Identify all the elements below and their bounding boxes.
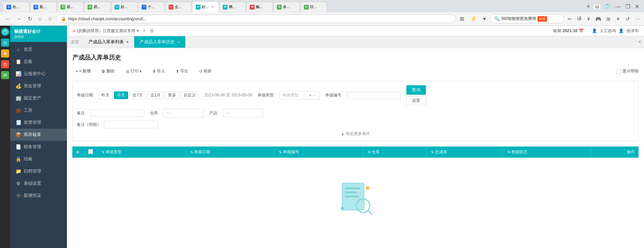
- breadcrumb-home[interactable]: 首页: [67, 37, 83, 48]
- tab-7-title: 企...: [175, 4, 182, 9]
- sidebar-icon-1[interactable]: ◎: [1, 39, 9, 47]
- table-header-doc-status[interactable]: ⇅ 单据状态: [502, 146, 591, 158]
- browser-tab-12[interactable]: 目 目...: [300, 2, 327, 12]
- refresh-page-button[interactable]: ↺ 刷新: [196, 67, 215, 75]
- browser-tab-6[interactable]: 个 个...: [138, 2, 165, 12]
- back-button[interactable]: ←: [3, 15, 12, 23]
- content-tab-history[interactable]: 产成品入库单历史 ×: [134, 36, 185, 48]
- browser-tab-10[interactable]: 畅 畅...: [246, 2, 273, 12]
- print-label: 打印: [130, 68, 139, 74]
- date-btn-last-month[interactable]: 近1月: [147, 91, 164, 99]
- sidebar-icon-4[interactable]: ✉: [1, 71, 9, 79]
- browser-tab-3[interactable]: 易 易...: [57, 2, 84, 12]
- tab-panel-close-button[interactable]: ×: [636, 39, 644, 45]
- sidebar-icon-3[interactable]: ⊙: [1, 60, 9, 68]
- warehouse-select[interactable]: ···: [163, 109, 204, 117]
- print-icon: 🖨: [125, 69, 129, 74]
- browser-tab-2[interactable]: 新 新...: [30, 2, 57, 12]
- service-label[interactable]: 人工咨询: [600, 28, 616, 34]
- table-header-checkbox[interactable]: [85, 146, 97, 158]
- import-button[interactable]: ⬇ 导入: [149, 67, 168, 75]
- url-bar[interactable]: 🔒 https://cloud.chanjet.com/accounting/u…: [56, 15, 456, 23]
- sidebar-item-closing[interactable]: 🔒 结账: [10, 153, 67, 165]
- print-button[interactable]: 🖨 打印 ▾: [122, 67, 145, 75]
- table-header-doc-no[interactable]: ⇅ 单据编号: [274, 146, 363, 158]
- currency-tool[interactable]: ¥: [586, 16, 591, 22]
- content-tab-list[interactable]: 产成品入库单列表 ×: [83, 36, 134, 48]
- doc-type-select[interactable]: 单据类型 ▾ ⋯: [279, 91, 320, 99]
- browser-tab-8-active[interactable]: 好 好... ×: [192, 1, 219, 12]
- search-bar[interactable]: 🔍 360智能抠图免费用 热搜: [490, 14, 564, 23]
- sidebar-item-invoice[interactable]: 🧾 发票管理: [10, 116, 67, 129]
- sidebar-item-inventory[interactable]: 📦 库存核算: [10, 129, 67, 141]
- sidebar-item-reports[interactable]: 📊 云报表中心: [10, 68, 67, 80]
- date-btn-custom[interactable]: 自定义: [181, 91, 199, 99]
- sidebar-item-ledger[interactable]: 📋 总账: [10, 55, 67, 68]
- sidebar-item-payroll[interactable]: 💼 工资: [10, 104, 67, 116]
- setting-button[interactable]: 设置: [406, 96, 426, 105]
- content-tab-list-close-icon[interactable]: ×: [126, 40, 128, 44]
- extensions-button[interactable]: ⊞: [458, 14, 466, 23]
- table-header-doc-date[interactable]: ⇅ 单据日期: [185, 146, 274, 158]
- dropdown-button[interactable]: ▾: [481, 14, 488, 23]
- collapse-filters-button[interactable]: ▲ 收起更多条件: [341, 131, 371, 137]
- browser-tab-4[interactable]: 易 易...: [84, 2, 111, 12]
- undo-tool[interactable]: ↺: [624, 16, 631, 22]
- app-logo-icon[interactable]: [1, 28, 9, 36]
- export-button[interactable]: ⬆ 导出: [172, 67, 192, 75]
- tab-8-favicon: 好: [196, 5, 200, 9]
- product-select[interactable]: ···: [223, 109, 263, 117]
- sidebar-item-newentry[interactable]: ➕ 新增凭证: [10, 189, 67, 202]
- theme-tool[interactable]: ☀: [615, 16, 622, 22]
- sidebar-item-home[interactable]: ⌂ 首页: [10, 43, 67, 55]
- translate-tool[interactable]: 译: [576, 15, 583, 23]
- table-header-gear[interactable]: ⚙: [72, 146, 85, 158]
- add-company-button[interactable]: +: [143, 28, 146, 34]
- browser-tab-7[interactable]: 企 企...: [165, 2, 192, 12]
- window-maximize-button[interactable]: ❐: [623, 3, 632, 10]
- new-tab-button[interactable]: +: [585, 2, 592, 11]
- company-selector[interactable]: ⚠ (勿删勿禁用）江西服宝测试专用 ▾: [72, 28, 139, 34]
- sidebar-icon-2[interactable]: ★: [1, 49, 9, 58]
- company-settings-button[interactable]: ⚙: [150, 28, 154, 33]
- grid-tool[interactable]: ⊞: [605, 16, 612, 22]
- settings-tool[interactable]: ⋯: [634, 16, 641, 22]
- select-all-checkbox[interactable]: [88, 149, 93, 154]
- sidebar-item-tax[interactable]: 📑 税务管理: [10, 141, 67, 153]
- sidebar-item-settings[interactable]: ⚙ 基础设置: [10, 177, 67, 189]
- date-btn-today[interactable]: 今天: [114, 91, 128, 99]
- sidebar-item-archive[interactable]: 📁 归档管理: [10, 165, 67, 177]
- date-btn-more[interactable]: 更多: [165, 91, 179, 99]
- browser-tab-9[interactable]: 腾 腾...: [219, 2, 246, 12]
- scissors-tool[interactable]: ✂: [566, 16, 573, 22]
- content-tab-history-close-icon[interactable]: ×: [177, 40, 180, 44]
- show-cols-checkbox[interactable]: [616, 69, 621, 74]
- forward-button[interactable]: →: [14, 15, 24, 23]
- doc-no-input[interactable]: [347, 92, 401, 99]
- browser-tab-1[interactable]: 在 在...: [3, 2, 30, 12]
- lightning-button[interactable]: ⚡: [468, 14, 479, 23]
- add-button[interactable]: + + 新增: [72, 67, 94, 75]
- query-button[interactable]: 查询: [406, 85, 426, 95]
- date-btn-last7[interactable]: 近7天: [129, 91, 146, 99]
- sidebar-item-assets[interactable]: 🏢 固定资产: [10, 92, 67, 104]
- table-header-doc-type[interactable]: ⇅ 单据类型: [97, 146, 185, 158]
- remark-detail-input[interactable]: [104, 121, 158, 128]
- remark-input[interactable]: [90, 109, 144, 117]
- browser-tab-11[interactable]: 各 各...: [273, 2, 300, 12]
- home-button[interactable]: ⌂: [36, 15, 44, 23]
- window-shirt-icon[interactable]: 👕: [602, 3, 613, 10]
- window-close-button[interactable]: ✕: [633, 3, 641, 10]
- sidebar-item-finance[interactable]: 💰 资金管理: [10, 80, 67, 92]
- game-tool[interactable]: 🎮: [594, 16, 602, 22]
- tab-8-close-icon[interactable]: ×: [211, 5, 214, 9]
- bookmark-button[interactable]: ☆: [46, 14, 54, 23]
- window-minimize-button[interactable]: —: [613, 3, 623, 10]
- table-header-total-cost[interactable]: ⇅ 总成本: [426, 146, 502, 158]
- date-btn-yesterday[interactable]: 昨天: [98, 91, 113, 99]
- browser-tab-5[interactable]: 好 好...: [111, 2, 138, 12]
- refresh-button[interactable]: ↻: [26, 14, 34, 23]
- table-header-warehouse[interactable]: ⇅ 仓库: [363, 146, 426, 158]
- calendar-icon[interactable]: 📅: [579, 28, 584, 33]
- delete-button[interactable]: 🗑 删除: [98, 67, 118, 75]
